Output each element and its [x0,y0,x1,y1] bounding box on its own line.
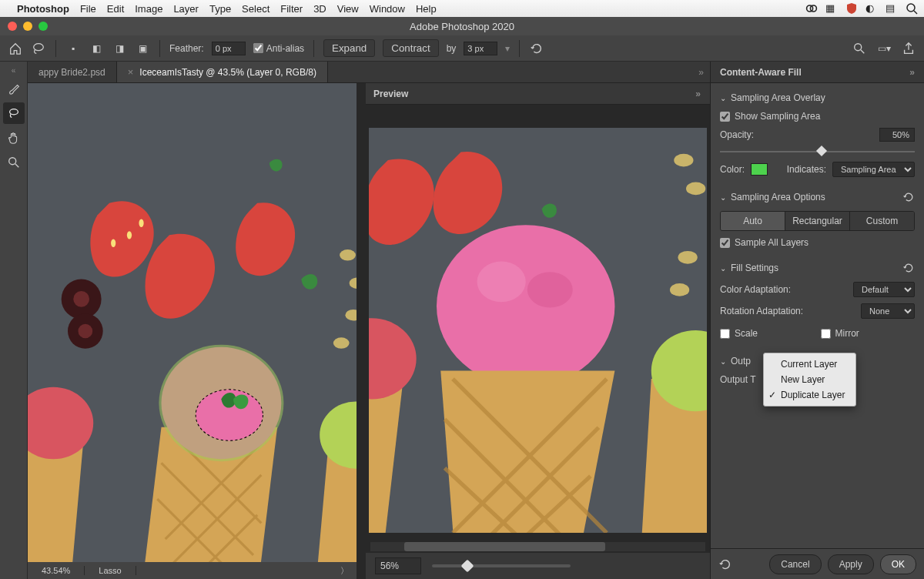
lasso-tool-icon[interactable] [31,41,46,56]
panel-collapse-icon[interactable]: » [909,67,915,78]
section-label: Fill Settings [731,263,778,273]
svg-point-35 [674,154,693,167]
close-window-icon[interactable] [8,22,17,31]
color-adapt-select[interactable]: Default [853,282,915,297]
ok-button[interactable]: OK [880,554,916,574]
close-tab-icon[interactable]: × [128,66,134,78]
cancel-button[interactable]: Cancel [769,554,821,574]
scale-checkbox[interactable] [720,329,730,339]
maximize-window-icon[interactable] [38,22,48,31]
color-swatch[interactable] [751,163,768,176]
main-canvas[interactable]: 43.54% Lasso 〉 [28,83,357,579]
rotation-adapt-select[interactable]: None [861,303,915,319]
feather-label: Feather: [169,43,204,54]
minimize-window-icon[interactable] [23,22,32,31]
frame-icon[interactable]: ▭▾ [876,41,892,56]
share-icon[interactable] [901,41,916,56]
hand-tool[interactable] [3,127,25,149]
menubar-icon-5[interactable]: ▤ [886,2,898,15]
sampling-overlay-section[interactable]: ⌄ Sampling Area Overlay [720,88,915,108]
show-sampling-label: Show Sampling Area [735,111,820,122]
preview-zoom-slider[interactable] [432,564,571,567]
svg-point-2 [907,4,915,12]
chevron-down-icon: ⌄ [720,264,726,273]
tools-panel: « [0,62,28,579]
search-icon[interactable] [906,2,918,15]
contract-button[interactable]: Contract [383,39,438,57]
menu-select[interactable]: Select [242,3,270,15]
lasso-tool[interactable] [3,102,25,124]
zoom-tool[interactable] [3,152,25,173]
preview-zoom-input[interactable] [375,557,421,574]
expand-button[interactable]: Expand [323,39,375,57]
status-chevron-icon[interactable]: 〉 [333,565,357,577]
menu-edit[interactable]: Edit [107,3,124,15]
seg-auto[interactable]: Auto [721,212,785,230]
menu-filter[interactable]: Filter [280,3,303,15]
sampling-mode-segment[interactable]: Auto Rectangular Custom [720,211,915,231]
svg-point-40 [477,262,526,303]
dropdown-item[interactable]: Current Layer [764,356,855,372]
tabs-overflow-icon[interactable]: » [692,67,710,78]
menu-image[interactable]: Image [135,3,162,15]
cc-icon[interactable] [805,2,818,15]
home-icon[interactable] [8,41,23,56]
dropdown-item[interactable]: New Layer [764,372,855,387]
seg-rectangular[interactable]: Rectangular [785,212,850,230]
sampling-options-section[interactable]: ⌄ Sampling Area Options [720,186,915,208]
search-docs-icon[interactable] [852,41,867,56]
mirror-checkbox[interactable] [821,329,831,339]
fill-settings-section[interactable]: ⌄ Fill Settings [720,257,915,279]
sample-all-layers-checkbox[interactable] [720,238,730,248]
reset-icon[interactable] [902,262,915,274]
new-selection-icon[interactable]: ▪ [65,41,81,56]
svg-point-38 [670,283,689,296]
panel-reset-icon[interactable] [718,557,732,571]
menu-file[interactable]: File [80,3,96,15]
seg-custom[interactable]: Custom [850,212,914,230]
menubar-icon-2[interactable]: ▦ [825,2,838,15]
traffic-lights[interactable] [8,22,48,31]
intersect-selection-icon[interactable]: ▣ [135,41,150,56]
color-adapt-label: Color Adaptation: [720,284,791,295]
svg-point-13 [139,219,143,227]
panel-drag-icon[interactable]: » [695,89,702,99]
contrast-icon[interactable]: ◐ [865,2,878,15]
output-to-dropdown[interactable]: Current Layer New Layer Duplicate Layer [763,353,856,407]
show-sampling-checkbox[interactable] [720,112,730,122]
antialias-checkbox[interactable] [253,43,263,53]
dropdown-item[interactable]: Duplicate Layer [764,387,855,403]
shield-icon[interactable] [845,2,858,15]
svg-point-4 [34,43,44,50]
apply-button[interactable]: Apply [828,554,874,574]
menu-layer[interactable]: Layer [173,3,199,15]
svg-point-8 [8,158,15,165]
document-tab[interactable]: × IceceamIsTasty @ 43.5% (Layer 0, RGB/8… [117,62,328,82]
preview-scrollbar[interactable] [370,542,705,551]
add-selection-icon[interactable]: ◧ [89,41,104,56]
menu-window[interactable]: Window [370,3,405,15]
reset-icon[interactable] [902,191,915,203]
by-input[interactable] [464,42,497,55]
preview-canvas[interactable] [369,128,707,533]
scale-label: Scale [735,328,758,339]
svg-point-17 [78,324,92,339]
document-tab[interactable]: appy Bride2.psd [28,62,117,82]
antialias-label: Anti-alias [266,43,304,54]
menu-3d[interactable]: 3D [313,3,326,15]
chevron-down-icon: ⌄ [720,193,726,202]
mac-menubar: Photoshop File Edit Image Layer Type Sel… [0,0,924,17]
menu-view[interactable]: View [337,3,359,15]
opacity-value[interactable]: 50% [879,128,915,142]
opacity-slider[interactable] [720,145,915,159]
indicates-label: Indicates: [787,164,826,175]
feather-input[interactable] [212,42,246,55]
menu-type[interactable]: Type [209,3,231,15]
brush-tool[interactable] [3,78,25,99]
menu-help[interactable]: Help [416,3,437,15]
reset-icon[interactable] [529,41,544,56]
subtract-selection-icon[interactable]: ◨ [112,41,127,56]
menu-photoshop[interactable]: Photoshop [17,3,69,15]
indicates-select[interactable]: Sampling Area [832,162,915,177]
status-zoom[interactable]: 43.54% [28,566,85,575]
